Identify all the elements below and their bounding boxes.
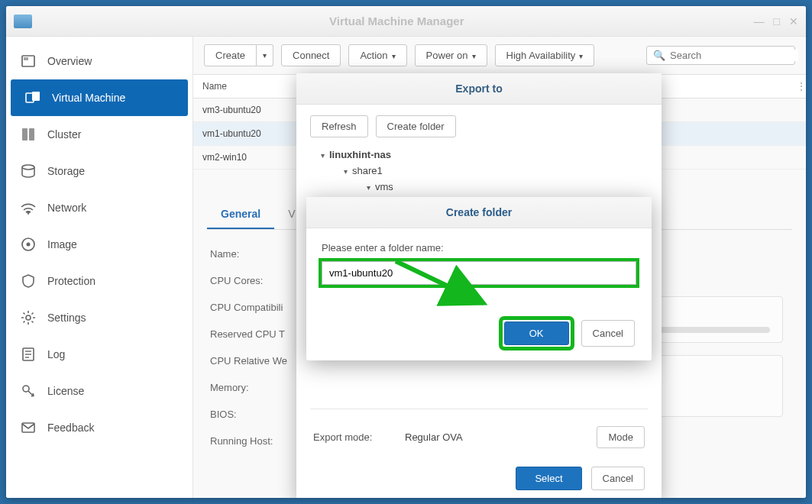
titlebar: Virtual Machine Manager — □ ✕ [6, 6, 806, 37]
mode-button[interactable]: Mode [597, 426, 645, 448]
svg-point-8 [27, 243, 31, 247]
svg-point-6 [22, 165, 34, 170]
sidebar-item-feedback[interactable]: Feedback [6, 409, 192, 446]
vm-icon [24, 89, 41, 106]
action-button[interactable]: Action [348, 44, 406, 66]
create-button-group: Create ▾ [204, 44, 273, 66]
tree-root[interactable]: linuxhint-nas [310, 147, 648, 163]
export-cancel-button[interactable]: Cancel [591, 467, 645, 490]
svg-rect-3 [32, 92, 40, 101]
feedback-icon [20, 419, 37, 436]
app-icon [14, 15, 32, 28]
svg-rect-1 [24, 57, 28, 60]
col-menu-icon[interactable]: ⋮ [788, 75, 806, 98]
connect-button[interactable]: Connect [281, 44, 341, 66]
storage-icon [20, 163, 37, 179]
create-button[interactable]: Create [204, 44, 257, 66]
sidebar-label: Image [47, 238, 77, 250]
export-title: Export to [296, 73, 662, 105]
ok-button[interactable]: OK [504, 321, 569, 345]
export-mode-label: Export mode: [313, 431, 405, 443]
sidebar-item-network[interactable]: Network [6, 189, 192, 226]
sidebar-label: Network [47, 202, 86, 214]
dialog-title: Create folder [306, 197, 652, 228]
svg-point-14 [23, 386, 29, 392]
sidebar-label: Log [47, 348, 65, 360]
sidebar: Overview Virtual Machine Cluster Storage… [6, 37, 193, 498]
create-folder-dialog: Create folder Please enter a folder name… [306, 197, 652, 360]
sidebar-label: Settings [47, 312, 86, 324]
sidebar-label: Virtual Machine [52, 92, 125, 104]
sidebar-item-storage[interactable]: Storage [6, 153, 192, 189]
search-box[interactable]: 🔍 [646, 46, 795, 65]
svg-rect-4 [22, 128, 27, 141]
sidebar-label: License [47, 385, 84, 397]
gear-icon [20, 309, 37, 326]
ok-highlight: OK [503, 320, 571, 347]
window-title: Virtual Machine Manager [40, 15, 754, 27]
cluster-icon [20, 126, 37, 143]
refresh-button[interactable]: Refresh [310, 115, 368, 137]
sidebar-label: Cluster [47, 128, 81, 141]
minimize-icon[interactable]: — [754, 15, 765, 27]
license-icon [20, 383, 37, 399]
ha-button[interactable]: High Availability [495, 44, 595, 66]
app-window: Virtual Machine Manager — □ ✕ Overview V… [6, 6, 806, 498]
search-icon: 🔍 [653, 50, 665, 61]
sidebar-label: Overview [47, 55, 92, 67]
toolbar: Create ▾ Connect Action Power on High Av… [193, 37, 806, 74]
tree-vms[interactable]: vms [310, 179, 648, 195]
close-icon[interactable]: ✕ [789, 15, 798, 27]
search-input[interactable] [670, 50, 798, 61]
sidebar-label: Protection [47, 275, 95, 287]
tab-general[interactable]: General [207, 200, 274, 229]
folder-tree: linuxhint-nas share1 vms [310, 147, 648, 195]
sidebar-item-overview[interactable]: Overview [6, 43, 192, 79]
sidebar-item-license[interactable]: License [6, 373, 192, 409]
maximize-icon[interactable]: □ [774, 15, 780, 27]
image-icon [20, 236, 37, 253]
sidebar-item-settings[interactable]: Settings [6, 299, 192, 336]
sidebar-item-image[interactable]: Image [6, 226, 192, 263]
sidebar-item-cluster[interactable]: Cluster [6, 116, 192, 153]
tree-share[interactable]: share1 [310, 163, 648, 179]
sidebar-item-protection[interactable]: Protection [6, 263, 192, 299]
svg-rect-5 [29, 128, 34, 141]
log-icon [20, 346, 37, 363]
sidebar-item-virtual-machine[interactable]: Virtual Machine [11, 79, 188, 116]
power-button[interactable]: Power on [415, 44, 487, 66]
dialog-prompt: Please enter a folder name: [322, 242, 636, 254]
dialog-cancel-button[interactable]: Cancel [581, 320, 635, 347]
create-dropdown[interactable]: ▾ [257, 44, 273, 66]
create-folder-button[interactable]: Create folder [376, 115, 456, 137]
folder-name-input[interactable] [322, 261, 636, 285]
overview-icon [20, 53, 37, 69]
network-icon [20, 199, 37, 216]
select-button[interactable]: Select [516, 467, 581, 490]
svg-point-9 [26, 315, 31, 320]
sidebar-label: Storage [47, 165, 85, 177]
sidebar-item-log[interactable]: Log [6, 336, 192, 373]
export-mode-value: Regular OVA [405, 431, 463, 443]
sidebar-label: Feedback [47, 422, 94, 434]
protection-icon [20, 273, 37, 289]
